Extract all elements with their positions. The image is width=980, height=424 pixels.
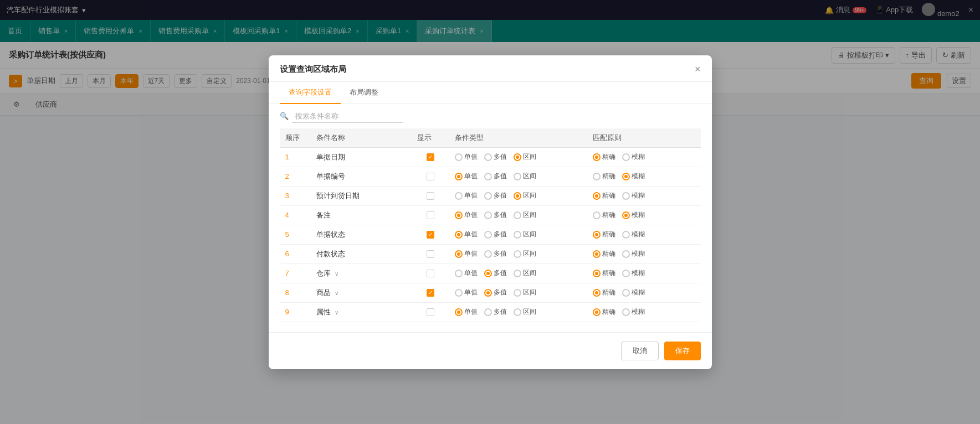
search-input[interactable] <box>292 110 403 116</box>
dialog-title: 设置查询区域布局 <box>280 64 346 75</box>
settings-dialog: 设置查询区域布局 × 查询字段设置 布局调整 🔍 顺序 条件名称 显示 <box>269 55 712 116</box>
dialog-search-area: 🔍 <box>269 104 712 116</box>
modal-overlay: 设置查询区域布局 × 查询字段设置 布局调整 🔍 顺序 条件名称 显示 <box>0 0 980 116</box>
dialog-close-btn[interactable]: × <box>695 64 701 74</box>
tab-query-fields[interactable]: 查询字段设置 <box>280 82 341 104</box>
search-icon: 🔍 <box>280 112 289 116</box>
tab-layout[interactable]: 布局调整 <box>341 82 387 104</box>
dialog-header: 设置查询区域布局 × <box>269 55 712 82</box>
dialog-tabs: 查询字段设置 布局调整 <box>269 82 712 104</box>
